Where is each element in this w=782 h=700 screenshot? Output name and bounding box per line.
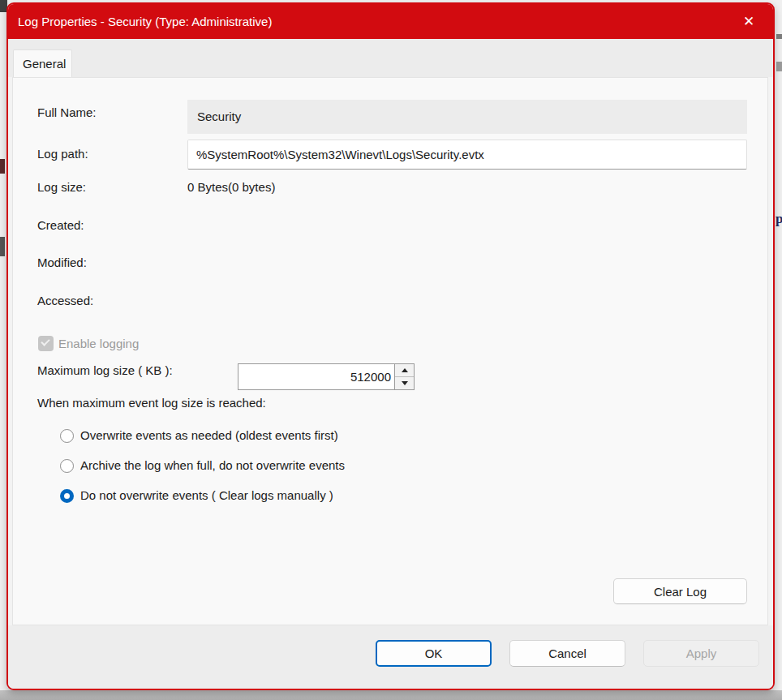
max-log-size-stepper — [238, 363, 415, 390]
radio-overwrite-as-needed-label: Overwrite events as needed (oldest event… — [80, 427, 338, 444]
background-strip — [0, 690, 782, 700]
radio-do-not-overwrite-label: Do not overwrite events ( Clear logs man… — [80, 487, 333, 504]
created-label: Created: — [37, 217, 84, 234]
modified-label: Modified: — [37, 255, 87, 271]
enable-logging-label: Enable logging — [58, 336, 139, 352]
dialog-title: Log Properties - Security (Type: Adminis… — [8, 15, 272, 28]
clear-log-button[interactable]: Clear Log — [613, 578, 747, 604]
radio-overwrite-as-needed[interactable] — [60, 429, 74, 443]
background-text-fragment: p — [776, 211, 782, 234]
check-icon — [41, 337, 49, 346]
tab-strip: General — [8, 39, 773, 77]
arrow-up-icon — [402, 368, 408, 372]
enable-logging-checkbox — [38, 336, 54, 351]
retention-question-label: When maximum event log size is reached: — [37, 395, 266, 411]
dialog-titlebar: Log Properties - Security (Type: Adminis… — [8, 4, 773, 39]
tab-general[interactable]: General — [13, 49, 72, 77]
arrow-down-icon — [402, 381, 408, 385]
log-path-input[interactable] — [187, 140, 747, 170]
dialog-footer: OK Cancel Apply — [8, 625, 773, 690]
log-properties-dialog: Log Properties - Security (Type: Adminis… — [6, 2, 775, 690]
screen: p Log Properties - Security (Type: Admin… — [0, 0, 782, 700]
spin-up-button[interactable] — [395, 364, 414, 377]
max-log-size-label: Maximum log size ( KB ): — [37, 363, 173, 379]
accessed-label: Accessed: — [37, 293, 93, 309]
radio-archive-when-full-label: Archive the log when full, do not overwr… — [80, 457, 345, 474]
background-window-fragment — [776, 34, 782, 39]
apply-button[interactable]: Apply — [643, 640, 759, 667]
ok-button[interactable]: OK — [376, 640, 492, 667]
max-log-size-input[interactable] — [238, 364, 394, 389]
radio-archive-when-full[interactable] — [60, 459, 74, 473]
close-icon[interactable]: ✕ — [733, 4, 765, 39]
full-name-value: Security — [187, 100, 747, 134]
background-window-fragment — [0, 159, 5, 174]
log-size-value: 0 Bytes(0 bytes) — [187, 179, 275, 195]
background-window-fragment — [0, 237, 5, 256]
cancel-button[interactable]: Cancel — [509, 640, 625, 667]
spin-buttons — [394, 364, 414, 389]
log-size-label: Log size: — [37, 179, 86, 195]
spin-down-button[interactable] — [395, 377, 414, 389]
radio-do-not-overwrite[interactable] — [60, 489, 74, 503]
general-tab-page: Full Name: Security Log path: Log size: … — [12, 77, 768, 625]
full-name-label: Full Name: — [37, 105, 97, 121]
log-path-label: Log path: — [37, 146, 88, 162]
background-window-fragment — [776, 62, 782, 71]
